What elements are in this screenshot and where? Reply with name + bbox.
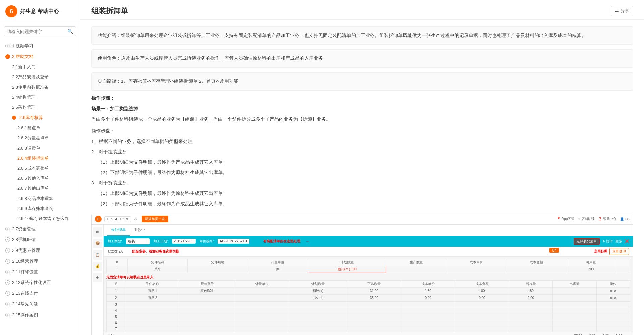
sidebar-item-2-3[interactable]: 2.3使用前数据准备 [0, 82, 80, 92]
sidebar-item-video[interactable]: + 1.视频学习 [0, 41, 80, 51]
col-child-name: 子件名称 [125, 280, 179, 287]
search-box[interactable]: 🔍 [4, 26, 76, 36]
intro-block-1: 功能介绍：组装拆卸单用来处理企业组装或拆卸等加工业务，支持有固定装配清单的产品加… [91, 26, 633, 45]
plus-icon-2-7: + [5, 227, 10, 231]
col-plan-qty: 计划数量 [308, 259, 386, 266]
app-tab-refunding[interactable]: 退款中 [130, 224, 149, 236]
app-topbar: 6 TEST-H002 ▼ ⚙ 新建单据一览 📍 App下载 ⊕ 店铺助理 ❓ … [92, 214, 633, 225]
sidebar-item-2-5[interactable]: 2.5采购管理 [0, 102, 80, 112]
sidebar-item-2-2[interactable]: 2.2产品安装及登录 [0, 72, 80, 82]
sidebar-item-2-6[interactable]: − 2.6库存核算 [0, 112, 80, 123]
sidebar-item-2-6-8[interactable]: 2.6.8商品成本重算 [0, 193, 80, 204]
table-row: 7 [107, 326, 630, 332]
sidebar-item-2-8[interactable]: + 2.8手机旺铺 [0, 234, 80, 245]
table-row: 5 [107, 314, 630, 320]
search-button[interactable]: 🔍 [67, 29, 73, 34]
col-child-cost-p: 成本单价 [401, 280, 455, 287]
main-content: 组装拆卸单 ➦ 分享 功能介绍：组装拆卸单用来处理企业组装或拆卸等加工业务，支持… [80, 0, 644, 335]
app-topbar-icons: 📍 App下载 ⊕ 店铺助理 ❓ 帮助中心 👤 CC [557, 217, 630, 221]
sidebar-item-label: 1.视频学习 [12, 43, 33, 49]
cell-child-out-1 [553, 287, 596, 294]
sidebar-item-2-10[interactable]: + 2.10经营管理 [0, 256, 80, 267]
search-input[interactable] [7, 29, 67, 34]
sidebar-item-2-14[interactable]: + 2.14常见问题 [0, 299, 80, 310]
step-3: 3、对于拆装业务 [91, 178, 633, 187]
app-title: 好生意 帮助中心 [20, 8, 59, 15]
table-row: 4 [107, 308, 630, 314]
col-child-stock: 暂存量 [509, 280, 552, 287]
cell-child-unit-1 [235, 287, 289, 294]
summary-label: 合计 [108, 334, 114, 335]
app-form-bar: 加工类型: 组装 加工日期: 2019-12-26 单据编号: AD-20191… [104, 236, 633, 247]
form-input-type[interactable]: 组装 [126, 238, 150, 244]
col-parent-spec: 父件规格 [187, 259, 248, 266]
cell-child-plan-1: 预计(+) [289, 287, 347, 294]
topbar-new-btn[interactable]: 新建单据一览 [142, 216, 168, 222]
sidebar: 6 好生意 帮助中心 🔍 + 1.视频学习 − 2.帮助文档 2.1新手入门 2… [0, 0, 80, 335]
form-label-dan: 单据编号: [200, 239, 214, 244]
col-child-cost-a: 成本金额 [455, 280, 509, 287]
app-tabs: 未处理单 退款中 [104, 225, 633, 236]
sidebar-item-2-7[interactable]: + 2.7资金管理 [0, 224, 80, 234]
table-row: 1 商品 1 颜色S/XL 预计(+) 31.00 1.80 180 180 [107, 287, 630, 294]
sidebar-item-2-6-6[interactable]: 2.6.6其他入库单 [0, 173, 80, 183]
btn-enable[interactable]: 立即处理 [609, 248, 629, 255]
sidebar-item-2-12[interactable]: + 2.12系统个性化设置 [0, 277, 80, 288]
sidebar-item-label-2-10: 2.10经营管理 [12, 258, 38, 264]
topbar-icon-2: ⊕ 店铺助理 [578, 217, 595, 221]
arrow-bom: → [306, 239, 309, 243]
sidebar-item-docs[interactable]: − 2.帮助文档 [0, 51, 80, 62]
form-label-date: 加工日期: [154, 239, 168, 244]
top-table-container: # 父件名称 父件规格 计量单位 计划数量 生产数量 成本单价 成本金额 可用量 [106, 259, 630, 273]
cell-cost-p [446, 266, 506, 273]
col-child-plan: 计划数量 [289, 280, 347, 287]
sidebar-item-2-15[interactable]: + 2.15操作案例 [0, 310, 80, 320]
plus-icon-2-12: + [5, 280, 10, 285]
share-label: 分享 [620, 8, 629, 14]
topbar-icon-4: 👤 CC [620, 217, 630, 221]
scenario-1-title: 场景一：加工类型选择 [91, 106, 633, 112]
sidebar-item-2-6-2[interactable]: 2.6.2分量盘点单 [0, 133, 80, 143]
cell-prod [386, 266, 446, 273]
col-available: 可用量 [567, 259, 615, 266]
table-row: 3 [107, 301, 630, 308]
cell-plan: 预计(个) 100 [308, 266, 386, 273]
form-input-dan[interactable]: AD-20191226-001 [218, 239, 249, 244]
app-logo-icon: 6 [5, 5, 17, 17]
minus-icon: − [5, 54, 10, 59]
cell-child-name-1: 商品 1 [125, 287, 179, 294]
right-controls: 启用处理 立即处理 [594, 248, 629, 255]
sidebar-item-label: 2.帮助文档 [12, 54, 33, 60]
select-bom-btn[interactable]: 选择装配清单 [574, 238, 600, 245]
sidebar-item-2-6-1[interactable]: 2.6.1盘点单 [0, 123, 80, 133]
sidebar-item-2-4[interactable]: 2.4销售管理 [0, 92, 80, 102]
sidebar-item-label-2-15: 2.15操作案例 [12, 312, 38, 318]
form-bar-right: 选择装配清单 ⊕ 协作 更多 ❌ [574, 238, 629, 245]
share-button[interactable]: ➦ 分享 [611, 6, 633, 16]
sidebar-item-2-6-9[interactable]: 2.6.9库存账本查询 [0, 204, 80, 214]
company-id: TEST-H002 [107, 217, 124, 221]
col-cost-price: 成本单价 [446, 259, 506, 266]
app-sidebar: ⊞ 📦 📋 💰 ⊕ [92, 225, 104, 335]
sidebar-item-2-6-5[interactable]: 2.6.5成本调整单 [0, 163, 80, 173]
cell-cost-a [506, 266, 567, 273]
sidebar-item-label-2-14: 2.14常见问题 [12, 301, 38, 307]
sidebar-item-2-1[interactable]: 2.1新手入门 [0, 62, 80, 72]
intro-block-2: 使用角色：通常由生产人员或库管人员完成拆装业务的操作，库管人员确认原材料的出库和… [91, 49, 633, 67]
cell-spec [187, 266, 248, 273]
form-input-date[interactable]: 2019-12-26 [172, 239, 196, 244]
sidebar-item-2-6-3[interactable]: 2.6.3调拨单 [0, 143, 80, 153]
cell-child-plan-2: （克/+1） [289, 294, 347, 301]
app-topbar-logo: 6 [95, 216, 102, 222]
plus-icon-2-13: + [5, 291, 10, 296]
sidebar-item-2-13[interactable]: + 2.13在线支付 [0, 288, 80, 299]
cell-child-cp-2: 0.00 [401, 294, 455, 301]
sidebar-item-2-6-4[interactable]: 2.6.4组装拆卸单 [0, 153, 80, 163]
app-tab-unprocessed[interactable]: 未处理单 [107, 224, 130, 236]
sidebar-item-2-9[interactable]: + 2.9优惠券管理 [0, 245, 80, 256]
step-1: 1、根据不同的业务，选择不同单据的类型来处理 [91, 137, 633, 146]
col-child-unit: 计量单位 [235, 280, 289, 287]
sidebar-item-2-6-7[interactable]: 2.6.7其他出库单 [0, 183, 80, 193]
sidebar-item-2-6-10[interactable]: 2.6.10库存账本错了怎么办 [0, 214, 80, 224]
sidebar-item-2-11[interactable]: + 2.11打印设置 [0, 267, 80, 277]
